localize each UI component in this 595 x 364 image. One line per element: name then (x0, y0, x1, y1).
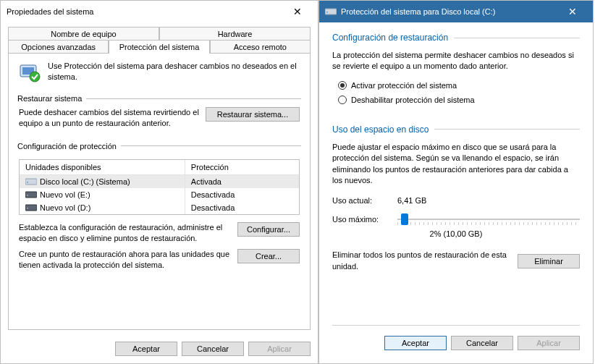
apply-button: Aplicar (518, 336, 580, 350)
system-protection-drive-window: Protección del sistema para Disco local … (318, 0, 594, 364)
drive-table-header: Unidades disponibles Protección (20, 160, 299, 175)
drive-name: Disco local (C:) (Sistema) (40, 177, 130, 186)
svg-rect-4 (27, 182, 28, 183)
max-usage-slider[interactable] (397, 212, 580, 227)
svg-rect-6 (27, 195, 28, 196)
current-usage-label: Uso actual: (332, 196, 397, 205)
titlebar: Protección del sistema para Disco local … (319, 1, 593, 22)
drive-protection: Desactivada (191, 203, 235, 212)
tabs-row-1: Nombre de equipo Hardware (8, 27, 311, 41)
svg-rect-10 (326, 12, 328, 13)
radio-disable-protection[interactable]: Deshabilitar protección del sistema (338, 96, 580, 104)
tab-body: Use Protección del sistema para deshacer… (8, 53, 311, 330)
radio-activate-protection[interactable]: Activar protección del sistema (338, 81, 580, 90)
close-icon[interactable]: ✕ (283, 6, 312, 17)
tab-advanced-options[interactable]: Opciones avanzadas (8, 40, 109, 54)
apply-button: Aplicar (248, 342, 311, 356)
create-text: Cree un punto de restauración ahora para… (19, 249, 232, 271)
current-usage-value: 6,41 GB (397, 196, 426, 205)
ok-button[interactable]: Aceptar (384, 336, 447, 350)
protection-config-label: Configuración de protección (17, 142, 301, 151)
drive-icon (25, 203, 37, 212)
disk-usage-label: Uso del espacio en disco (332, 124, 580, 135)
tab-hardware[interactable]: Hardware (159, 27, 311, 41)
restore-system-text: Puede deshacer cambios del sistema revir… (19, 107, 200, 129)
restore-system-button[interactable]: Restaurar sistema... (206, 107, 300, 122)
slider-thumb-icon[interactable] (401, 213, 408, 225)
max-usage-row: Uso máximo: (332, 212, 580, 227)
max-usage-value: 2% (10,00 GB) (332, 229, 580, 238)
svg-point-2 (30, 72, 40, 82)
table-row[interactable]: Nuevo vol (E:)Desactivada (20, 188, 299, 201)
max-usage-label: Uso máximo: (332, 215, 397, 224)
drive-name: Nuevo vol (E:) (40, 190, 90, 199)
drive-protection: Desactivada (191, 190, 235, 199)
drive-icon (25, 190, 37, 199)
current-usage-row: Uso actual: 6,41 GB (332, 196, 580, 205)
col-available-units[interactable]: Unidades disponibles (20, 160, 185, 174)
ok-button[interactable]: Aceptar (115, 342, 177, 356)
delete-restore-points-text: Eliminar todos los puntos de restauració… (332, 250, 510, 272)
system-properties-window: Propiedades del sistema ✕ Nombre de equi… (0, 0, 318, 364)
configure-button[interactable]: Configurar... (237, 222, 300, 237)
table-row[interactable]: Disco local (C:) (Sistema)Activada (20, 175, 299, 188)
drive-name: Nuevo vol (D:) (40, 203, 90, 212)
restore-system-label: Restaurar sistema (17, 94, 301, 103)
cancel-button[interactable]: Cancelar (451, 336, 513, 350)
radio-off-icon (338, 96, 347, 104)
dialog-buttons: Aceptar Cancelar Aplicar (332, 330, 580, 357)
create-button[interactable]: Crear... (237, 249, 300, 263)
drive-icon (325, 7, 337, 16)
table-row[interactable]: Nuevo vol (D:)Desactivada (20, 201, 299, 214)
configure-text: Establezca la configuración de restaurac… (19, 222, 232, 244)
restore-config-label: Configuración de restauración (332, 33, 580, 43)
cancel-button[interactable]: Cancelar (182, 342, 244, 356)
drive-icon (25, 177, 37, 186)
delete-button[interactable]: Eliminar (518, 254, 580, 268)
svg-rect-8 (27, 208, 28, 209)
window-title: Propiedades del sistema (7, 7, 93, 16)
tab-remote-access[interactable]: Acceso remoto (210, 40, 311, 54)
radio-on-icon (338, 81, 347, 90)
restore-config-text: La protección del sistema permite deshac… (332, 50, 580, 72)
titlebar: Propiedades del sistema ✕ (1, 1, 318, 22)
tab-computer-name[interactable]: Nombre de equipo (8, 27, 159, 41)
tabs-row-2: Opciones avanzadas Protección del sistem… (8, 40, 311, 54)
tab-system-protection[interactable]: Protección del sistema (109, 40, 209, 54)
drive-protection: Activada (191, 177, 221, 186)
disk-usage-text: Puede ajustar el espacio máximo en disco… (332, 142, 580, 187)
window-title: Protección del sistema para Disco local … (341, 7, 495, 16)
dialog-buttons: Aceptar Cancelar Aplicar (1, 336, 318, 363)
close-icon[interactable]: ✕ (558, 6, 587, 17)
drive-table: Unidades disponibles Protección Disco lo… (19, 159, 300, 215)
system-protection-icon (17, 61, 42, 85)
info-text: Use Protección del sistema para deshacer… (48, 61, 301, 82)
col-protection[interactable]: Protección (185, 160, 299, 174)
